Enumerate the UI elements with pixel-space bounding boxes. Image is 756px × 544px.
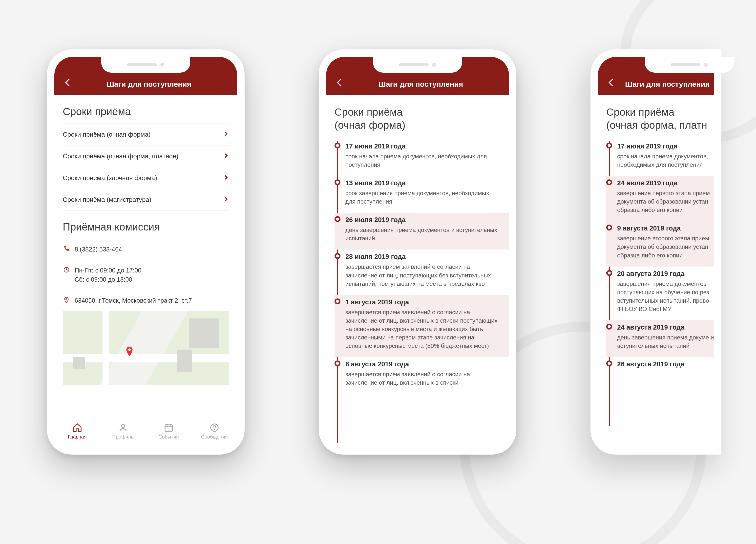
timeline-dot-icon [335, 298, 340, 304]
timeline-date: 24 августа 2019 года [617, 324, 714, 331]
timeline-item: 17 июня 2019 года срок начала приема док… [617, 139, 714, 176]
timeline-dot-icon [606, 324, 612, 330]
timeline-desc: завершается прием заявлений о согласии н… [345, 263, 501, 288]
timeline-date: 1 августа 2019 года [345, 298, 501, 306]
map-preview[interactable] [63, 311, 229, 385]
list-row[interactable]: Сроки приёма (очная форма, платное) [63, 146, 229, 167]
timeline-dot-icon [335, 216, 340, 222]
back-icon[interactable] [606, 78, 616, 88]
list-row-label: Сроки приёма (заочная форма) [63, 174, 157, 182]
phone-number: 8 (3822) 533-464 [75, 245, 122, 254]
tab-profile[interactable]: Профиль [100, 415, 146, 447]
contact-address-row[interactable]: 634050, г.Томск, Московский тракт 2, ст.… [63, 290, 229, 311]
timeline-date: 17 июня 2019 года [345, 143, 501, 150]
timeline-date: 13 июля 2019 года [345, 179, 501, 187]
contact-hours-row: Пн-Пт: с 09:00 до 17:00 Сб: с 09:00 до 1… [63, 260, 229, 290]
tab-home-label: Главная [68, 434, 86, 440]
timeline-item: 26 августа 2019 года [617, 357, 714, 377]
timeline-desc: завершение первого этапа прием документа… [617, 189, 714, 214]
header-title: Шаги для поступления [79, 80, 229, 88]
phone-notch [101, 57, 190, 73]
timeline-dot-icon [606, 179, 612, 185]
clock-icon [63, 266, 70, 273]
hours-line-2: Сб: с 09:00 до 13:00 [75, 275, 141, 284]
chevron-right-icon [223, 152, 229, 160]
list-row[interactable]: Сроки приёма (очная форма) [63, 124, 229, 146]
chevron-right-icon [223, 196, 229, 204]
timeline-dot-icon [335, 360, 340, 366]
list-row-label: Сроки приёма (очная форма, платное) [63, 152, 178, 160]
chevron-right-icon [223, 131, 229, 138]
timeline-desc: завершается прием заявлений о согласии н… [345, 308, 501, 350]
back-icon[interactable] [335, 78, 344, 88]
timeline-dot-icon [606, 225, 612, 230]
bottom-tab-bar: Главная Профиль События Сообщения [54, 415, 237, 447]
list-row[interactable]: Сроки приёма (магистратура) [63, 189, 229, 211]
svg-point-1 [66, 298, 67, 300]
timeline-desc: день завершения приема докуме и вступите… [617, 333, 714, 350]
timeline-date: 26 августа 2019 года [617, 360, 714, 368]
timeline-item: 24 июля 2019 года завершение первого эта… [606, 176, 714, 221]
timeline-desc: день завершения приема документов и всту… [345, 226, 501, 243]
timeline-date: 6 августа 2019 года [345, 360, 501, 368]
header-title: Шаги для поступления [623, 80, 714, 88]
back-icon[interactable] [63, 78, 73, 88]
timeline-desc: завершается прием заявлений о согласии н… [345, 370, 501, 387]
timeline-item: 26 июля 2019 года день завершения приема… [335, 213, 509, 250]
timeline-date: 28 июля 2019 года [345, 253, 501, 261]
timeline-date: 9 августа 2019 года [617, 225, 714, 232]
timeline-item: 1 августа 2019 года завершается прием за… [335, 295, 509, 357]
map-pin-icon [126, 347, 133, 357]
phone-notch [645, 57, 734, 73]
tab-messages[interactable]: Сообщения [191, 415, 237, 447]
header-title: Шаги для поступления [351, 80, 501, 88]
section-title-deadlines: Сроки приёма [63, 95, 229, 124]
svg-point-6 [214, 429, 215, 430]
svg-point-3 [121, 424, 125, 428]
list-row-label: Сроки приёма (очная форма) [63, 131, 150, 138]
page-title: Сроки приёма(очная форма) [335, 95, 501, 138]
timeline-dot-icon [335, 143, 340, 148]
timeline-item: 9 августа 2019 года завершение второго э… [606, 221, 714, 266]
profile-icon [118, 423, 128, 433]
messages-icon [210, 423, 219, 433]
timeline-desc: завершение второго этапа прием документа… [617, 234, 714, 259]
timeline-item: 13 июля 2019 года срок завершения приема… [345, 176, 501, 213]
home-icon [72, 423, 82, 433]
svg-point-2 [128, 349, 131, 351]
chevron-right-icon [223, 174, 229, 182]
hours-line-1: Пн-Пт: с 09:00 до 17:00 [75, 266, 141, 275]
tab-home[interactable]: Главная [54, 415, 100, 447]
tab-events[interactable]: События [146, 415, 191, 447]
svg-rect-4 [165, 425, 172, 431]
timeline-date: 20 августа 2019 года [617, 270, 714, 278]
timeline-item: 17 июня 2019 года срок начала приема док… [345, 139, 501, 176]
timeline-desc: завершения приема документов поступающих… [617, 280, 714, 313]
tab-profile-label: Профиль [112, 434, 133, 440]
section-title-commission: Приёмная комиссия [63, 211, 229, 239]
timeline: 17 июня 2019 года срок начала приема док… [606, 138, 714, 377]
phone-mockup-1: Шаги для поступления Сроки приёма Сроки … [47, 49, 245, 455]
list-row[interactable]: Сроки приёма (заочная форма) [63, 167, 229, 189]
calendar-icon [164, 423, 174, 433]
address-text: 634050, г.Томск, Московский тракт 2, ст.… [75, 296, 192, 305]
phone-mockup-3: Шаги для поступления Сроки приёма(очная … [590, 49, 721, 455]
timeline-item: 28 июля 2019 года завершается прием заяв… [345, 250, 501, 295]
contact-phone-row[interactable]: 8 (3822) 533-464 [63, 239, 229, 260]
timeline-desc: срок завершения приема документов, необх… [345, 189, 501, 206]
timeline-date: 17 июня 2019 года [617, 143, 714, 150]
timeline-item: 20 августа 2019 года завершения приема д… [617, 267, 714, 320]
timeline-dot-icon [335, 179, 340, 185]
timeline-dot-icon [606, 360, 612, 366]
timeline-dot-icon [606, 143, 612, 148]
page-title: Сроки приёма(очная форма, платн [606, 95, 714, 138]
timeline-desc: срок начала приема документов, необходим… [617, 152, 714, 169]
timeline-dot-icon [335, 253, 340, 259]
timeline-desc: срок начала приема документов, необходим… [345, 152, 501, 169]
list-row-label: Сроки приёма (магистратура) [63, 196, 151, 204]
timeline-item: 24 августа 2019 года день завершения при… [606, 320, 714, 357]
phone-mockup-2: Шаги для поступления Сроки приёма(очная … [319, 49, 516, 455]
timeline-dot-icon [606, 270, 612, 276]
tab-messages-label: Сообщения [201, 434, 228, 440]
phone-icon [63, 245, 70, 252]
